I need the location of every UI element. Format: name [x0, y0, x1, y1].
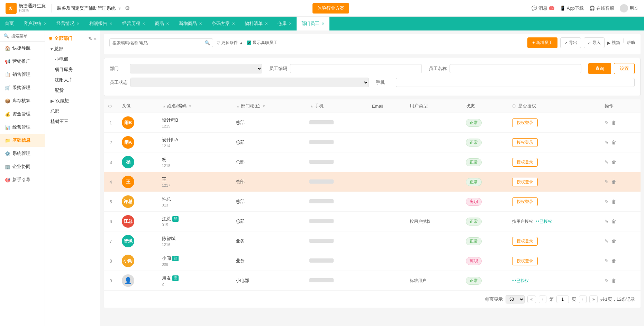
phone-input[interactable] [396, 78, 635, 87]
user-item[interactable]: 用友 [620, 4, 638, 12]
delete-icon[interactable]: 🗑 [611, 199, 616, 204]
tab-customer[interactable]: 客户联络 ✕ [19, 17, 52, 30]
page-input[interactable] [556, 296, 569, 303]
tab-finance[interactable]: 经营情况 ✕ [52, 17, 84, 30]
tab-finance-close[interactable]: ✕ [76, 21, 80, 26]
tab-barcode[interactable]: 条码方案 ✕ [207, 17, 240, 30]
auth-btn[interactable]: 授权登录 [512, 138, 538, 147]
sidebar-item-guide[interactable]: 🎯 新手引导 [0, 173, 45, 186]
app-item[interactable]: 📱 App下载 [560, 5, 584, 11]
delete-icon[interactable]: 🗑 [611, 159, 616, 165]
tab-warehouse[interactable]: 仓库 ✕ [273, 17, 297, 30]
service-item[interactable]: 🎧 在线客服 [589, 5, 614, 11]
tab-new-goods-close[interactable]: ✕ [199, 21, 202, 26]
sidebar-search-input[interactable] [11, 34, 45, 38]
tab-history-close[interactable]: ✕ [142, 21, 145, 26]
tab-material-close[interactable]: ✕ [265, 21, 268, 26]
settings-icon[interactable]: ⚙ [125, 5, 130, 11]
sidebar-item-capital[interactable]: 💰 资金管理 [0, 107, 45, 121]
add-employee-btn[interactable]: + 新增员工 [527, 37, 557, 48]
filter-search-input[interactable] [112, 41, 202, 45]
edit-icon[interactable]: ✎ [605, 140, 609, 145]
delete-icon[interactable]: 🗑 [611, 140, 616, 145]
system-title-dropdown[interactable]: ▾ [118, 6, 121, 11]
tab-barcode-close[interactable]: ✕ [232, 21, 235, 26]
next-page-btn[interactable]: › [579, 296, 587, 303]
filter-search-icon[interactable]: 🔍 [205, 40, 210, 45]
sidebar-item-marketing[interactable]: 📢 营销推广 [0, 55, 45, 68]
query-btn[interactable]: 查询 [588, 63, 611, 74]
dept-item-small-elec[interactable]: 小电部 [45, 54, 100, 64]
table-settings-icon[interactable]: ⚙ [108, 104, 112, 109]
view-btn[interactable]: ▶ 视频 [607, 37, 620, 48]
edit-icon[interactable]: ✎ [605, 238, 609, 244]
show-former-checkbox[interactable] [247, 41, 251, 45]
delete-icon[interactable]: 🗑 [611, 258, 616, 264]
last-page-btn[interactable]: » [589, 296, 598, 303]
auth-btn[interactable]: 授权登录 [512, 197, 538, 206]
delete-icon[interactable]: 🗑 [611, 179, 616, 185]
phone-blurred [309, 160, 334, 164]
tab-profit[interactable]: 利润报告 ✕ [84, 17, 117, 30]
auth-btn[interactable]: 授权登录 [512, 158, 538, 167]
edit-icon[interactable]: ✎ [605, 120, 609, 125]
delete-icon[interactable]: 🗑 [611, 238, 616, 244]
tab-goods[interactable]: 商品 ✕ [150, 17, 174, 30]
more-filter-btn[interactable]: ▽ 更多条件 ▲ [217, 40, 243, 46]
msg-item[interactable]: 💬 消息 5 [532, 5, 554, 11]
dept-item-delivery[interactable]: 配货 [45, 85, 100, 96]
help-btn[interactable]: 帮助 [627, 37, 635, 48]
first-page-btn[interactable]: « [527, 296, 536, 303]
dept-select[interactable] [130, 64, 262, 73]
dept-collapse-icon[interactable]: « [94, 36, 97, 41]
dept-item-hq-parent[interactable]: ▾ 总部 [45, 44, 100, 54]
auth-btn[interactable]: 授权登录 [512, 257, 538, 265]
delete-icon[interactable]: 🗑 [611, 120, 616, 125]
emp-status-select[interactable] [130, 78, 369, 87]
emp-name-input[interactable] [450, 64, 581, 73]
tab-dept-close[interactable]: ✕ [321, 21, 325, 26]
tab-new-goods[interactable]: 新增商品 ✕ [174, 17, 207, 30]
tab-warehouse-close[interactable]: ✕ [289, 21, 292, 26]
export-btn[interactable]: ↗ 导出 [560, 37, 581, 48]
edit-icon[interactable]: ✎ [605, 278, 609, 283]
sidebar-item-shortcut[interactable]: 🏠 快捷导航 [0, 42, 45, 55]
sidebar-item-inventory[interactable]: 📦 库存核算 [0, 94, 45, 107]
delete-icon[interactable]: 🗑 [611, 278, 616, 283]
edit-icon[interactable]: ✎ [605, 159, 609, 165]
tab-customer-close[interactable]: ✕ [44, 21, 47, 26]
dept-edit-icon[interactable]: ✎ [88, 36, 92, 41]
edit-icon[interactable]: ✎ [605, 179, 609, 185]
sidebar-item-purchase[interactable]: 🛒 采购管理 [0, 81, 45, 94]
dept-item-shenyang[interactable]: 沈阳大库 [45, 75, 100, 85]
dept-item-project[interactable]: 项目库房 [45, 64, 100, 75]
dept-item-double-think[interactable]: ▶ 双虑想 [45, 96, 100, 106]
sidebar-item-basic[interactable]: 📁 基础信息 [0, 134, 45, 147]
prev-page-btn[interactable]: ‹ [539, 296, 546, 303]
edit-icon[interactable]: ✎ [605, 199, 609, 204]
sidebar-item-sales[interactable]: 📋 销售管理 [0, 68, 45, 81]
dept-item-hq2[interactable]: 总部 [45, 106, 100, 116]
tab-goods-close[interactable]: ✕ [166, 21, 169, 26]
dept-item-planting[interactable]: 植树王三 [45, 116, 100, 127]
auth-btn[interactable]: 授权登录 [512, 237, 538, 246]
tab-profit-close[interactable]: ✕ [109, 21, 112, 26]
sidebar-item-management[interactable]: 📊 经营管理 [0, 121, 45, 134]
trial-btn[interactable]: 体验行业方案 [312, 3, 349, 14]
auth-btn[interactable]: 授权登录 [512, 178, 538, 186]
edit-icon[interactable]: ✎ [605, 258, 609, 264]
emp-code-input[interactable] [290, 64, 422, 73]
delete-icon[interactable]: 🗑 [611, 219, 616, 224]
sidebar-item-system[interactable]: ⚙️ 系统管理 [0, 147, 45, 160]
show-former-label[interactable]: 显示离职员工 [247, 40, 278, 46]
tab-home[interactable]: 首页 [0, 17, 19, 30]
import-btn[interactable]: ↙ 导入 [584, 37, 605, 48]
page-size-select[interactable]: 50 100 [506, 295, 525, 303]
tab-history[interactable]: 经营历程 ✕ [117, 17, 150, 30]
tab-dept[interactable]: 部门员工 ✕ [297, 17, 329, 30]
set-btn[interactable]: 设置 [614, 63, 635, 74]
sidebar-item-enterprise[interactable]: 🏢 企业协同 [0, 160, 45, 173]
tab-material[interactable]: 物料清单 ✕ [240, 17, 273, 30]
edit-icon[interactable]: ✎ [605, 219, 609, 224]
auth-btn[interactable]: 授权登录 [512, 118, 538, 127]
